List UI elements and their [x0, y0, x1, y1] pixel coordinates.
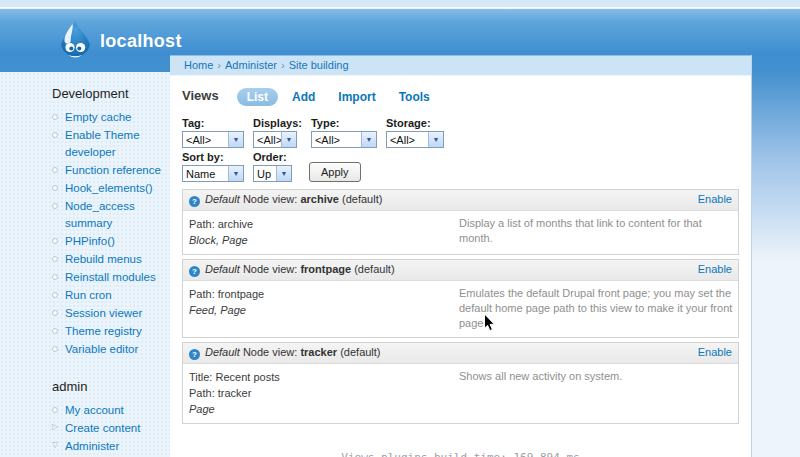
view-row-body: Path: archiveBlock, PageDisplay a list o… [183, 211, 738, 254]
sidebar-link-variable-editor[interactable]: Variable editor [65, 343, 138, 355]
apply-button[interactable]: Apply [309, 162, 361, 182]
view-type-label: Default [205, 263, 240, 275]
page-title: Views [182, 88, 219, 103]
tab-list[interactable]: List [237, 88, 278, 106]
view-row-header: Enable?Default Node view: frontpage (def… [183, 260, 738, 281]
filter-type-select[interactable]: <All>▼ [311, 131, 377, 148]
sidebar-section-development: DevelopmentEmpty cacheEnable Theme devel… [52, 86, 168, 358]
view-detail-line: Path: tracker [189, 385, 459, 401]
breadcrumb-separator: › [281, 59, 285, 71]
sidebar-link-session-viewer[interactable]: Session viewer [65, 307, 142, 319]
view-row-header: Enable?Default Node view: tracker (defau… [183, 343, 738, 364]
sidebar-item-administer: ▽Administer [52, 438, 168, 455]
bullet-circle-icon [52, 132, 58, 138]
sidebar-item-create-content: ▷Create content [52, 420, 168, 437]
select-value: Up [254, 166, 276, 181]
help-icon[interactable]: ? [189, 349, 200, 360]
enable-link[interactable]: Enable [698, 263, 732, 276]
drupal-views-admin-screen: localhost DevelopmentEmpty cacheEnable T… [0, 0, 800, 457]
select-value: <All> [312, 132, 361, 147]
filter-row-2: Sort by:Name▼Order:Up▼Apply [182, 151, 739, 182]
sidebar-link-create-content[interactable]: Create content [65, 422, 140, 434]
bullet-circle-icon [52, 114, 58, 120]
filter-group-type: Type:<All>▼ [311, 117, 377, 148]
bullet-circle-icon [52, 328, 58, 334]
breadcrumb-link-site-building[interactable]: Site building [289, 59, 349, 71]
sidebar-link-hook-elements[interactable]: Hook_elements() [65, 182, 153, 194]
sidebar-menu: My account▷Create content▽Administer▷Con… [52, 402, 168, 457]
enable-link[interactable]: Enable [698, 346, 732, 359]
view-type-label: Default [205, 346, 240, 358]
bullet-circle-icon [52, 167, 58, 173]
breadcrumb-link-administer[interactable]: Administer [225, 59, 277, 71]
sidebar-link-reinstall-modules[interactable]: Reinstall modules [65, 271, 156, 283]
breadcrumb-link-home[interactable]: Home [184, 59, 213, 71]
sidebar-item-run-cron: Run cron [52, 287, 168, 304]
bullet-circle-icon [52, 292, 58, 298]
tab-import[interactable]: Import [338, 90, 375, 104]
help-icon[interactable]: ? [189, 196, 200, 207]
view-kind-label: Node view: [243, 263, 297, 275]
filter-sort-by-select[interactable]: Name▼ [182, 165, 244, 182]
sidebar-link-theme-registry[interactable]: Theme registry [65, 325, 142, 337]
select-value: Name [183, 166, 228, 181]
filter-tag-select[interactable]: <All>▼ [182, 131, 244, 148]
view-details: Path: archiveBlock, Page [189, 216, 459, 248]
filter-storage-select[interactable]: <All>▼ [386, 131, 444, 148]
view-displays: Block, Page [189, 232, 459, 248]
view-detail-line: Path: frontpage [189, 286, 459, 302]
view-row-body: Title: Recent postsPath: trackerPageShow… [183, 364, 738, 423]
bullet-circle-icon [52, 407, 58, 413]
bullet-circle-icon [52, 346, 58, 352]
sidebar-link-run-cron[interactable]: Run cron [65, 289, 112, 301]
sidebar-section-title: admin [52, 379, 168, 394]
filter-label: Storage: [386, 117, 444, 129]
view-row-body: Path: frontpageFeed, PageEmulates the de… [183, 281, 738, 337]
tab-tools[interactable]: Tools [399, 90, 430, 104]
sidebar-item-empty-cache: Empty cache [52, 109, 168, 126]
view-details: Path: frontpageFeed, Page [189, 286, 459, 331]
filter-group-sort-by: Sort by:Name▼ [182, 151, 244, 182]
bullet-circle-icon [52, 274, 58, 280]
sidebar-item-enable-theme-developer: Enable Theme developer [52, 127, 168, 161]
view-name: archive [300, 193, 339, 205]
filter-label: Tag: [182, 117, 244, 129]
sidebar-section-title: Development [52, 86, 168, 101]
sidebar-link-node-access-summary[interactable]: Node_access summary [65, 200, 135, 229]
view-detail-line: Title: Recent posts [189, 369, 459, 385]
drupal-logo-icon[interactable] [53, 17, 97, 65]
view-description: Display a list of months that link to co… [459, 216, 736, 248]
bullet-circle-icon [52, 238, 58, 244]
site-name[interactable]: localhost [100, 31, 182, 52]
view-displays: Page [189, 401, 459, 417]
sidebar-link-administer[interactable]: Administer [65, 440, 119, 452]
enable-link[interactable]: Enable [698, 193, 732, 206]
sidebar-link-my-account[interactable]: My account [65, 404, 124, 416]
sidebar-link-phpinfo[interactable]: PHPinfo() [65, 235, 115, 247]
sidebar-link-enable-theme-developer[interactable]: Enable Theme developer [65, 129, 140, 158]
view-row-frontpage: Enable?Default Node view: frontpage (def… [182, 259, 739, 338]
dropdown-arrow-icon: ▼ [361, 132, 376, 147]
filter-displays-select[interactable]: <All>▼ [253, 131, 297, 148]
tab-add[interactable]: Add [292, 90, 315, 104]
view-name: tracker [300, 346, 337, 358]
dropdown-arrow-icon: ▼ [428, 132, 443, 147]
sidebar: DevelopmentEmpty cacheEnable Theme devel… [0, 72, 170, 457]
sidebar-link-empty-cache[interactable]: Empty cache [65, 111, 131, 123]
view-detail-line: Path: archive [189, 216, 459, 232]
sidebar-link-rebuild-menus[interactable]: Rebuild menus [65, 253, 142, 265]
dropdown-arrow-icon: ▼ [281, 132, 296, 147]
sidebar-item-node-access-summary: Node_access summary [52, 198, 168, 232]
sidebar-link-function-reference[interactable]: Function reference [65, 164, 161, 176]
tabs: ListAddImportTools [237, 87, 453, 105]
filter-group-order: Order:Up▼ [253, 151, 292, 182]
bullet-collapsed-icon: ▷ [52, 422, 58, 432]
views-filters: Tag:<All>▼Displays:<All>▼Type:<All>▼Stor… [182, 117, 739, 182]
dropdown-arrow-icon: ▼ [228, 166, 243, 181]
sidebar-item-theme-registry: Theme registry [52, 323, 168, 340]
filter-order-select[interactable]: Up▼ [253, 165, 292, 182]
help-icon[interactable]: ? [189, 266, 200, 277]
sidebar-menu: Empty cacheEnable Theme developerFunctio… [52, 109, 168, 358]
filter-label: Type: [311, 117, 377, 129]
filter-label: Order: [253, 151, 292, 163]
